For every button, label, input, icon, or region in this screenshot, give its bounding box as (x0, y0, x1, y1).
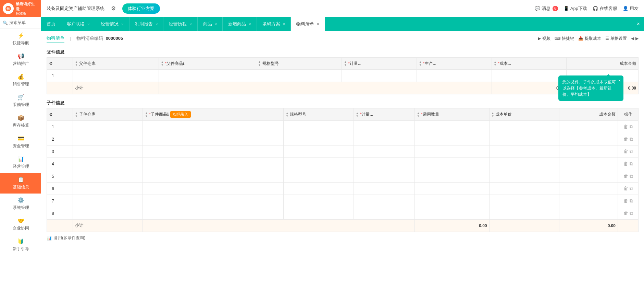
message-icon: 💬 (535, 6, 540, 11)
hotkey-icon: ⌨ (555, 36, 560, 41)
delete-icon[interactable]: 🗑 (623, 210, 628, 216)
copy-icon[interactable]: ⧉ (630, 161, 633, 167)
child-section-title: 子件信息 (47, 100, 639, 106)
delete-icon[interactable]: 🗑 (623, 186, 628, 191)
user-action[interactable]: 👤 用友 (623, 5, 639, 12)
sidebar-item-quick-nav[interactable]: ⚡ 快捷导航 (0, 29, 41, 49)
tab-home[interactable]: 首页 (41, 17, 61, 31)
child-th-settings[interactable]: ⚙ (47, 108, 59, 121)
next-icon[interactable]: ▶ (635, 36, 639, 41)
sidebar-item-operations[interactable]: 📊 经营管理 (0, 152, 41, 173)
tab-profit-close[interactable]: × (156, 22, 158, 26)
copy-icon[interactable]: ⧉ (630, 198, 633, 204)
sidebar-item-guide[interactable]: 🔰 新手引导 (0, 235, 41, 255)
copy-icon[interactable]: ⧉ (630, 173, 633, 179)
phone-icon: 📱 (564, 6, 569, 11)
video-action[interactable]: ▶ 视频 (538, 36, 550, 42)
child-th-warehouse: ▲▼子件仓库 (73, 108, 143, 121)
sidebar-item-system[interactable]: ⚙️ 系统管理 (0, 194, 41, 214)
child-th-goods: ▲▼ *子件商品ℹ 扫码录入 (143, 108, 284, 121)
sidebar-item-basic-info[interactable]: 📋 基础信息 (0, 173, 41, 194)
parent-th-spec: ▲▼规格型号 (256, 58, 342, 70)
search-menu[interactable]: 🔍 搜索菜单 (0, 17, 41, 29)
tab-customer[interactable]: 客户联络 × (61, 17, 95, 31)
delete-icon[interactable]: 🗑 (623, 136, 628, 142)
tooltip-close[interactable]: × (618, 78, 621, 84)
delete-icon[interactable]: 🗑 (623, 149, 628, 154)
sidebar-item-inventory[interactable]: 📦 库存核算 (0, 111, 41, 132)
prev-icon[interactable]: ◀ (631, 36, 634, 41)
copy-icon[interactable]: ⧉ (630, 124, 633, 130)
table-row: 3 🗑 ⧉ (47, 145, 639, 158)
app-download-action[interactable]: 📱 App下载 (564, 5, 587, 12)
copy-icon[interactable]: ⧉ (630, 186, 633, 191)
page-bottom: 📊 备用(多条件查询) (41, 232, 644, 244)
delete-icon[interactable]: 🗑 (623, 161, 628, 167)
tab-history-close[interactable]: × (189, 22, 191, 26)
delete-icon[interactable]: 🗑 (623, 124, 628, 130)
bottom-icon: 📊 (47, 236, 52, 241)
sidebar-item-marketing[interactable]: 📢 营销推广 (0, 49, 41, 70)
user-icon: 👤 (623, 6, 628, 11)
tab-barcode[interactable]: 条码方案 × (257, 17, 291, 31)
video-icon: ▶ (538, 36, 541, 41)
parent-th-cost: ▲▼*成本... (492, 58, 567, 70)
child-th-unit: ▲▼*计量... (354, 108, 414, 121)
child-th-num (59, 108, 73, 121)
scan-button[interactable]: 扫码录入 (170, 111, 191, 118)
parent-th-settings[interactable]: ⚙ (47, 58, 59, 70)
copy-icon[interactable]: ⧉ (630, 210, 633, 216)
delete-icon[interactable]: 🗑 (623, 173, 628, 179)
tab-customer-close[interactable]: × (87, 22, 89, 26)
copy-icon[interactable]: ⧉ (630, 149, 633, 154)
message-badge: 6 (553, 6, 558, 11)
sidebar-item-finance[interactable]: 💳 资金管理 (0, 132, 41, 152)
page: 物料清单 | 物料清单编码 0000005 ▶ 视频 ⌨ 快捷键 (41, 31, 644, 292)
page-header-right: ▶ 视频 ⌨ 快捷键 📥 提取成本 ☰ 单据设置 (538, 36, 639, 42)
child-table: ⚙ ▲▼子件仓库 ▲▼ *子件商品ℹ 扫码录入 (47, 108, 639, 232)
sidebar-item-enterprise[interactable]: 🤝 企业协同 (0, 214, 41, 235)
online-service-action[interactable]: 🎧 在线客服 (593, 5, 617, 12)
tab-history[interactable]: 经营历程 × (163, 17, 197, 31)
tab-bom-close[interactable]: × (317, 22, 319, 26)
tabbar-close-all[interactable]: × (633, 21, 644, 27)
doc-settings-action[interactable]: ☰ 单据设置 (605, 36, 627, 42)
tab-operations-close[interactable]: × (121, 22, 123, 26)
child-subtotal-row: 小计 0.00 0.00 (47, 220, 639, 232)
parent-th-production: ▲▼*生产... (417, 58, 492, 70)
tab-new-goods-close[interactable]: × (249, 22, 251, 26)
parent-subtotal-row: 小计 0.00 0.00 (47, 82, 639, 94)
service-icon: 🎧 (593, 6, 598, 11)
tab-barcode-close[interactable]: × (283, 22, 285, 26)
cost-action[interactable]: 📥 提取成本 (578, 36, 601, 42)
parent-section-title: 父件信息 (47, 49, 639, 55)
tab-goods-close[interactable]: × (215, 22, 217, 26)
parent-th-warehouse: ▲▼父件仓库 (73, 58, 159, 70)
parent-table: ⚙ ▲▼父件仓库 ▲▼*父件商品ℹ ▲▼规格型号 (47, 57, 639, 94)
sidebar-item-purchase[interactable]: 🛒 采购管理 (0, 91, 41, 111)
inventory-icon: 📦 (17, 115, 24, 121)
tab-goods[interactable]: 商品 × (198, 17, 223, 31)
message-action[interactable]: 💬 消息 6 (535, 5, 558, 12)
tab-profit[interactable]: 利润报告 × (129, 17, 163, 31)
parent-th-unit: ▲▼*计量... (342, 58, 417, 70)
tab-new-goods[interactable]: 新增商品 × (223, 17, 257, 31)
topbar-actions: 💬 消息 6 📱 App下载 🎧 在线客服 👤 用友 (535, 5, 639, 12)
tab-operations[interactable]: 经营情况 × (95, 17, 129, 31)
logo-text: 畅唐诵好生意 标准版 (16, 1, 38, 16)
copy-icon[interactable]: ⧉ (630, 136, 633, 142)
page-tab-bom-code: 物料清单编码 0000005 (76, 34, 123, 43)
svg-text:畅: 畅 (7, 7, 10, 11)
delete-icon[interactable]: 🗑 (623, 198, 628, 204)
table-row: 6 🗑 ⧉ (47, 183, 639, 195)
tab-bom[interactable]: 物料清单 × (291, 17, 324, 31)
sidebar-item-sales[interactable]: 💰 销售管理 (0, 70, 41, 91)
app-logo: 畅 畅唐诵好生意 标准版 (0, 0, 41, 17)
trial-button[interactable]: 体验行业方案 (122, 3, 160, 14)
page-tab-bom-list[interactable]: 物料清单 (47, 34, 64, 43)
settings-icon[interactable]: ⚙ (109, 4, 118, 13)
child-th-qty: ▲▼*需用数量 (415, 108, 490, 121)
basic-info-icon: 📋 (17, 176, 24, 183)
hotkey-action[interactable]: ⌨ 快捷键 (555, 36, 574, 42)
finance-icon: 💳 (17, 135, 24, 142)
